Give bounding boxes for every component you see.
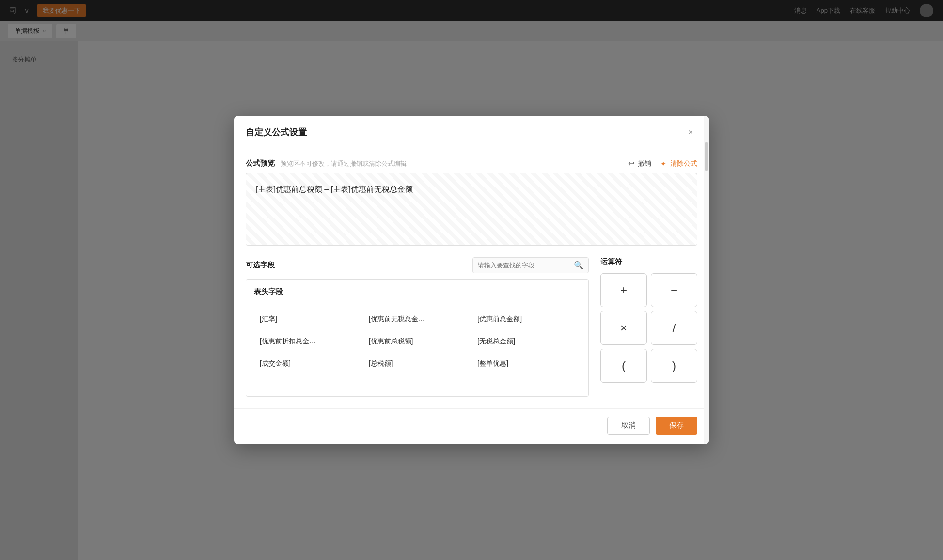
fields-header: 可选字段 🔍 [246,257,589,273]
fields-section: 可选字段 🔍 表头字段 [汇率] [优惠前无税总金… [优惠前总 [246,257,589,397]
undo-label: 撤销 [638,159,651,168]
formula-section: 公式预览 预览区不可修改，请通过撤销或清除公式编辑 ↩ 撤销 ✦ 清除公式 [246,159,697,246]
field-item-pretax-discount-total[interactable]: [优惠前折扣总金… [254,330,363,353]
fields-table-inner: 表头字段 [汇率] [优惠前无税总金… [优惠前总金额] [优惠前折扣总金… [… [246,280,588,396]
fields-label: 可选字段 [246,261,275,270]
op-multiply-button[interactable]: × [600,311,647,345]
clear-formula-label: 清除公式 [670,159,697,168]
undo-button[interactable]: ↩ 撤销 [627,159,651,168]
field-item-pretax-total-amount[interactable]: [优惠前总金额] [472,308,581,330]
search-box: 🔍 [472,257,589,273]
fields-group-title: 表头字段 [254,287,581,300]
field-item-placeholder-3 [472,375,581,389]
modal-close-button[interactable]: × [684,125,697,139]
op-right-paren-button[interactable]: ) [651,349,697,383]
modal-backdrop: 自定义公式设置 × 公式预览 预览区不可修改，请通过撤销或清除公式编辑 ↩ 撤销 [0,0,943,560]
op-divide-button[interactable]: / [651,311,697,345]
clear-icon: ✦ [659,159,668,168]
formula-modal: 自定义公式设置 × 公式预览 预览区不可修改，请通过撤销或清除公式编辑 ↩ 撤销 [234,116,709,444]
modal-title: 自定义公式设置 [246,126,307,138]
formula-label: 公式预览 [246,159,275,168]
operators-section: 运算符 + − × / ( ) [600,257,697,397]
op-plus-button[interactable]: + [600,273,647,307]
modal-body: 公式预览 预览区不可修改，请通过撤销或清除公式编辑 ↩ 撤销 ✦ 清除公式 [234,147,709,408]
modal-header: 自定义公式设置 × [234,116,709,147]
field-item-transaction-amount[interactable]: [成交金额] [254,353,363,375]
field-item-placeholder-2 [363,375,472,389]
clear-formula-button[interactable]: ✦ 清除公式 [659,159,697,168]
fields-grid: [汇率] [优惠前无税总金… [优惠前总金额] [优惠前折扣总金… [优惠前总税… [254,308,581,389]
modal-footer: 取消 保存 [234,408,709,444]
field-item-exchange-rate[interactable]: [汇率] [254,308,363,330]
operators-label: 运算符 [600,257,697,266]
op-minus-button[interactable]: − [651,273,697,307]
formula-content: [主表]优惠前总税额 – [主表]优惠前无税总金额 [256,185,413,193]
save-button[interactable]: 保存 [656,417,697,435]
main-area: 可选字段 🔍 表头字段 [汇率] [优惠前无税总金… [优惠前总 [246,257,697,397]
formula-label-row: 公式预览 预览区不可修改，请通过撤销或清除公式编辑 [246,159,407,168]
modal-scrollbar[interactable] [704,116,709,444]
scrollbar-thumb[interactable] [705,142,708,171]
field-item-placeholder-1 [254,375,363,389]
search-icon: 🔍 [574,261,583,270]
undo-icon: ↩ [627,159,635,168]
field-item-whole-discount[interactable]: [整单优惠] [472,353,581,375]
formula-actions: ↩ 撤销 ✦ 清除公式 [627,159,697,168]
field-item-pretax-notax-total[interactable]: [优惠前无税总金… [363,308,472,330]
search-input[interactable] [478,262,571,269]
cancel-button[interactable]: 取消 [607,417,650,435]
field-item-notax-total[interactable]: [无税总金额] [472,330,581,353]
operators-grid: + − × / ( ) [600,273,697,383]
field-item-total-tax[interactable]: [总税额] [363,353,472,375]
field-item-pretax-total-tax[interactable]: [优惠前总税额] [363,330,472,353]
formula-preview-box: [主表]优惠前总税额 – [主表]优惠前无税总金额 [246,173,697,246]
fields-table[interactable]: 表头字段 [汇率] [优惠前无税总金… [优惠前总金额] [优惠前折扣总金… [… [246,279,589,397]
formula-hint: 预览区不可修改，请通过撤销或清除公式编辑 [281,159,407,168]
formula-header: 公式预览 预览区不可修改，请通过撤销或清除公式编辑 ↩ 撤销 ✦ 清除公式 [246,159,697,168]
op-left-paren-button[interactable]: ( [600,349,647,383]
